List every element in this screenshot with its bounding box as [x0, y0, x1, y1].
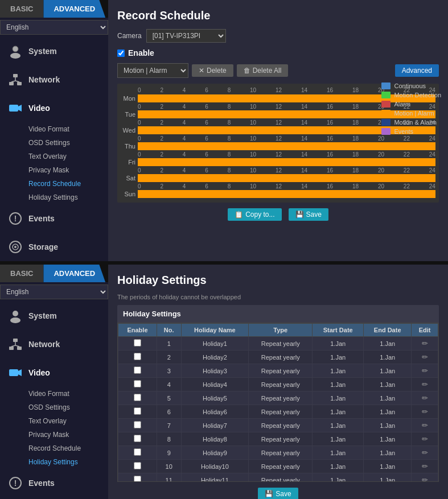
edit-icon-2[interactable]: ✏ [422, 353, 428, 361]
row-enable-2[interactable] [134, 353, 141, 360]
row-type-3: Repeat yearly [249, 364, 313, 378]
sub-record-schedule-top[interactable]: Record Schedule [28, 177, 108, 191]
col-type: Type [249, 324, 313, 337]
svg-point-17 [10, 317, 20, 323]
sub-text-overlay-top[interactable]: Text Overlay [28, 150, 108, 163]
sub-video-format-top[interactable]: Video Format [28, 122, 108, 136]
row-enable-11[interactable] [134, 476, 141, 482]
top-main-content: Record Schedule Camera [01] TV-IP313PI E… [108, 0, 448, 261]
language-select-bottom[interactable]: English [0, 284, 108, 299]
advanced-button[interactable]: Advanced [395, 64, 439, 77]
row-no-8: 8 [157, 432, 181, 446]
enable-label: Enable [128, 48, 154, 57]
tab-basic-bottom[interactable]: BASIC [0, 265, 43, 282]
legend-color-motion [381, 92, 391, 98]
edit-icon-5[interactable]: ✏ [422, 394, 428, 402]
legend-motion-and-alarm: Motion & Alarm [381, 119, 441, 126]
holiday-table: Enable No. Holiday Name Type Start Date … [118, 323, 438, 482]
row-enable-4[interactable] [134, 380, 141, 387]
svg-line-23 [15, 345, 19, 347]
tab-basic-top[interactable]: BASIC [0, 0, 43, 18]
sub-text-overlay-bottom[interactable]: Text Overlay [28, 414, 108, 428]
save-button-top[interactable]: 💾 Save [289, 208, 328, 221]
svg-marker-10 [18, 105, 22, 112]
edit-icon-10[interactable]: ✏ [422, 462, 428, 471]
row-name-7: Holiday7 [181, 419, 249, 432]
save-button-bottom[interactable]: 💾 Save [258, 488, 298, 499]
col-no: No. [157, 324, 181, 337]
row-type-1: Repeat yearly [249, 337, 313, 350]
time-bar-sun[interactable] [138, 190, 435, 198]
edit-icon-8[interactable]: ✏ [422, 435, 428, 443]
svg-rect-9 [9, 105, 18, 112]
table-row: 9 Holiday9 Repeat yearly 1.Jan 1.Jan ✏ [118, 446, 438, 460]
holiday-table-wrapper[interactable]: Enable No. Holiday Name Type Start Date … [117, 323, 439, 482]
row-start-9: 1.Jan [313, 446, 364, 460]
mode-select[interactable]: Motion | Alarm Continuous Motion Detecti… [117, 63, 188, 78]
row-start-10: 1.Jan [313, 460, 364, 473]
sidebar-item-events-bottom[interactable]: ! Events [0, 469, 108, 497]
time-bar-sat[interactable] [138, 174, 435, 182]
row-start-3: 1.Jan [313, 364, 364, 378]
sidebar-item-system-top[interactable]: System [0, 37, 108, 65]
edit-icon-6[interactable]: ✏ [422, 407, 428, 416]
tab-advanced-top[interactable]: ADVANCED [43, 0, 105, 18]
row-type-7: Repeat yearly [249, 419, 313, 432]
row-no-5: 5 [157, 391, 181, 405]
edit-icon-9[interactable]: ✏ [422, 448, 428, 457]
enable-checkbox[interactable] [117, 50, 125, 57]
row-enable-8[interactable] [134, 435, 141, 442]
time-bar-fri[interactable] [138, 158, 435, 166]
sub-video-format-bottom[interactable]: Video Format [28, 387, 108, 401]
sidebar-item-video-bottom[interactable]: Video [0, 358, 108, 387]
row-no-7: 7 [157, 419, 181, 432]
top-panel: BASIC ADVANCED English System Network Vi… [0, 0, 448, 261]
row-type-9: Repeat yearly [249, 446, 313, 460]
time-bar-thu[interactable] [138, 142, 435, 150]
edit-icon-7[interactable]: ✏ [422, 421, 428, 430]
sidebar-item-events-top[interactable]: ! Events [0, 204, 108, 233]
language-select-top[interactable]: English [0, 20, 108, 35]
sub-holiday-settings-bottom[interactable]: Holiday Settings [28, 455, 108, 469]
row-end-4: 1.Jan [364, 378, 412, 391]
delete-button[interactable]: ✕ Delete [192, 64, 233, 77]
edit-icon-11[interactable]: ✏ [422, 476, 428, 482]
sub-osd-settings-top[interactable]: OSD Settings [28, 136, 108, 150]
row-enable-7[interactable] [134, 421, 141, 428]
row-enable-9[interactable] [134, 448, 141, 456]
legend-alarm: Alarm [381, 101, 441, 108]
edit-icon-3[interactable]: ✏ [422, 366, 428, 375]
row-type-4: Repeat yearly [249, 378, 313, 391]
sidebar-item-video-top[interactable]: Video [0, 94, 108, 122]
tab-advanced-bottom[interactable]: ADVANCED [43, 265, 105, 282]
row-enable-1[interactable] [134, 339, 141, 347]
sidebar-item-network-top[interactable]: Network [0, 65, 108, 94]
sub-holiday-settings-top[interactable]: Holiday Settings [28, 191, 108, 204]
row-enable-6[interactable] [134, 407, 141, 415]
sidebar-item-system-bottom[interactable]: System [0, 302, 108, 330]
sub-osd-settings-bottom[interactable]: OSD Settings [28, 401, 108, 414]
row-enable-5[interactable] [134, 394, 141, 401]
row-end-10: 1.Jan [364, 460, 412, 473]
sidebar-item-storage-top[interactable]: Storage [0, 233, 108, 261]
copy-to-button[interactable]: 📋 Copy to... [228, 208, 281, 221]
row-type-2: Repeat yearly [249, 350, 313, 364]
sub-privacy-mask-bottom[interactable]: Privacy Mask [28, 428, 108, 442]
row-start-5: 1.Jan [313, 391, 364, 405]
edit-icon-4[interactable]: ✏ [422, 380, 428, 389]
row-start-11: 1.Jan [313, 473, 364, 482]
video-submenu-bottom: Video Format OSD Settings Text Overlay P… [0, 387, 108, 469]
row-enable-10[interactable] [134, 462, 141, 469]
sub-record-schedule-bottom[interactable]: Record Schedule [28, 442, 108, 455]
row-enable-3[interactable] [134, 366, 141, 374]
camera-select[interactable]: [01] TV-IP313PI [146, 29, 226, 43]
video-icon-bottom [7, 364, 24, 381]
sidebar-item-network-bottom[interactable]: Network [0, 330, 108, 358]
sub-privacy-mask-top[interactable]: Privacy Mask [28, 163, 108, 177]
delete-all-button[interactable]: 🗑 Delete All [237, 64, 289, 77]
edit-icon-1[interactable]: ✏ [422, 339, 428, 348]
events-icon-bottom: ! [7, 475, 24, 492]
table-row: 5 Holiday5 Repeat yearly 1.Jan 1.Jan ✏ [118, 391, 438, 405]
copy-icon: 📋 [235, 211, 243, 218]
row-end-8: 1.Jan [364, 432, 412, 446]
